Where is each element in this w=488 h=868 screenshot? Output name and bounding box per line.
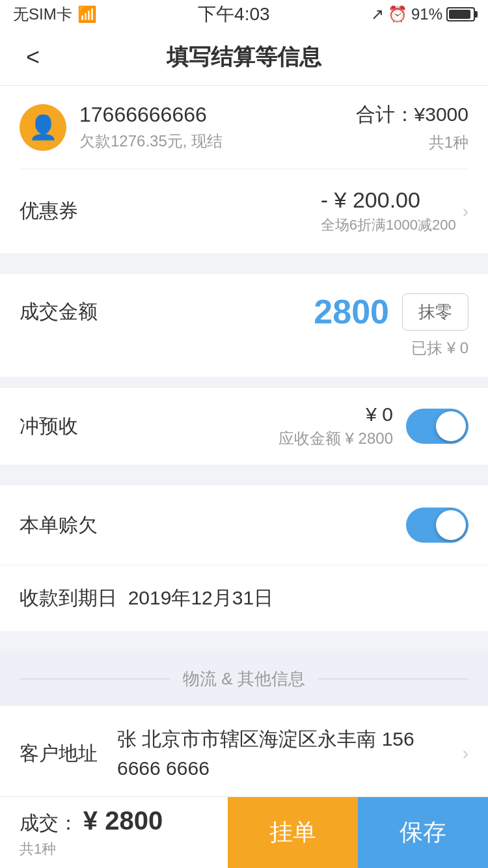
content-area: 👤 17666666666 欠款1276.35元, 现结 合计：¥3000 共1… xyxy=(0,86,488,868)
order-count: 共1种 xyxy=(356,132,468,153)
logistics-line-right xyxy=(318,679,468,679)
address-content: 张 北京市市辖区海淀区永丰南 156 6666 6666 xyxy=(117,724,463,783)
due-date-row: 收款到期日 2019年12月31日 xyxy=(0,565,488,631)
user-phone: 17666666666 xyxy=(79,103,223,127)
hang-order-button[interactable]: 挂单 xyxy=(228,797,358,869)
user-debt: 欠款1276.35元, 现结 xyxy=(79,131,223,152)
status-right: ↗ ⏰ 91% xyxy=(371,5,475,23)
coupon-discount: - ¥ 200.00 xyxy=(321,187,456,213)
amount-right: 2800 抹零 xyxy=(314,292,468,331)
amount-label: 成交金额 xyxy=(20,299,98,325)
avatar-icon: 👤 xyxy=(29,114,58,141)
prepay-label: 冲预收 xyxy=(20,413,78,440)
location-icon: ↗ xyxy=(371,5,384,23)
logistics-divider: 物流 & 其他信息 xyxy=(0,652,488,706)
toggle-knob xyxy=(436,411,466,441)
bottom-deal-row: 成交： ¥ 2800 xyxy=(20,806,208,837)
section-gap-3 xyxy=(0,642,488,652)
coupon-chevron-icon: › xyxy=(463,201,468,222)
address-card: 客户地址 张 北京市市辖区海淀区永丰南 156 6666 6666 › xyxy=(0,706,488,801)
round-zero-button[interactable]: 抹零 xyxy=(402,293,468,331)
alarm-icon: ⏰ xyxy=(388,5,407,23)
logistics-label: 物流 & 其他信息 xyxy=(183,668,305,690)
address-chevron-icon: › xyxy=(463,743,468,764)
arrear-toggle[interactable] xyxy=(406,508,468,543)
coupon-label: 优惠券 xyxy=(20,198,78,224)
amount-sub: 已抹 ¥ 0 xyxy=(20,338,468,359)
page-title: 填写结算等信息 xyxy=(167,42,321,72)
nav-bar: < 填写结算等信息 xyxy=(0,29,488,86)
arrear-card: 本单赊欠 收款到期日 2019年12月31日 xyxy=(0,485,488,631)
bottom-deal-label: 成交： xyxy=(20,812,78,834)
wifi-icon: 📶 xyxy=(77,5,97,23)
due-date-value: 2019年12月31日 xyxy=(128,587,273,608)
user-left: 👤 17666666666 欠款1276.35元, 现结 xyxy=(20,103,223,152)
status-time: 下午4:03 xyxy=(198,2,270,27)
user-right: 合计：¥3000 共1种 xyxy=(356,102,468,153)
order-total: 合计：¥3000 xyxy=(356,102,468,128)
carrier-text: 无SIM卡 xyxy=(13,4,72,25)
prepay-right: ¥ 0 应收金额 ¥ 2800 xyxy=(278,403,468,449)
bottom-bar: 成交： ¥ 2800 共1种 挂单 保存 xyxy=(0,796,488,868)
save-button[interactable]: 保存 xyxy=(358,797,488,869)
bottom-amount: ¥ 2800 xyxy=(83,806,163,835)
prepay-toggle[interactable] xyxy=(406,409,468,444)
battery-percent: 91% xyxy=(411,5,442,23)
amount-row: 成交金额 2800 抹零 xyxy=(20,292,468,331)
prepay-amount: ¥ 0 xyxy=(278,403,393,426)
user-info-card: 👤 17666666666 欠款1276.35元, 现结 合计：¥3000 共1… xyxy=(0,86,488,253)
arrear-label: 本单赊欠 xyxy=(20,512,98,539)
address-label: 客户地址 xyxy=(20,740,98,767)
user-info: 17666666666 欠款1276.35元, 现结 xyxy=(79,103,223,152)
user-row: 👤 17666666666 欠款1276.35元, 现结 合计：¥3000 共1… xyxy=(0,86,488,169)
avatar: 👤 xyxy=(20,104,66,151)
status-bar: 无SIM卡 📶 下午4:03 ↗ ⏰ 91% xyxy=(0,0,488,29)
battery-icon xyxy=(446,7,475,21)
address-row[interactable]: 客户地址 张 北京市市辖区海淀区永丰南 156 6666 6666 › xyxy=(0,706,488,801)
bottom-info: 成交： ¥ 2800 共1种 xyxy=(0,806,228,859)
section-gap-2 xyxy=(0,475,488,485)
coupon-row[interactable]: 优惠券 - ¥ 200.00 全场6折满1000减200 › xyxy=(0,169,488,253)
logistics-line-left xyxy=(20,679,170,679)
arrear-toggle-knob xyxy=(436,510,466,540)
arrear-row: 本单赊欠 xyxy=(0,485,488,565)
section-gap-1 xyxy=(0,264,488,274)
status-left: 无SIM卡 📶 xyxy=(13,4,97,25)
coupon-desc: 全场6折满1000减200 xyxy=(321,215,456,235)
prepay-sub: 应收金额 ¥ 2800 xyxy=(278,428,393,449)
back-button[interactable]: < xyxy=(20,37,46,77)
due-date-label: 收款到期日 2019年12月31日 xyxy=(20,587,273,608)
prepay-row: 冲预收 ¥ 0 应收金额 ¥ 2800 xyxy=(0,387,488,465)
coupon-right: - ¥ 200.00 全场6折满1000减200 › xyxy=(321,187,468,235)
amount-value: 2800 xyxy=(314,292,389,331)
bottom-count: 共1种 xyxy=(20,839,208,859)
amount-section: 成交金额 2800 抹零 已抹 ¥ 0 xyxy=(0,274,488,377)
